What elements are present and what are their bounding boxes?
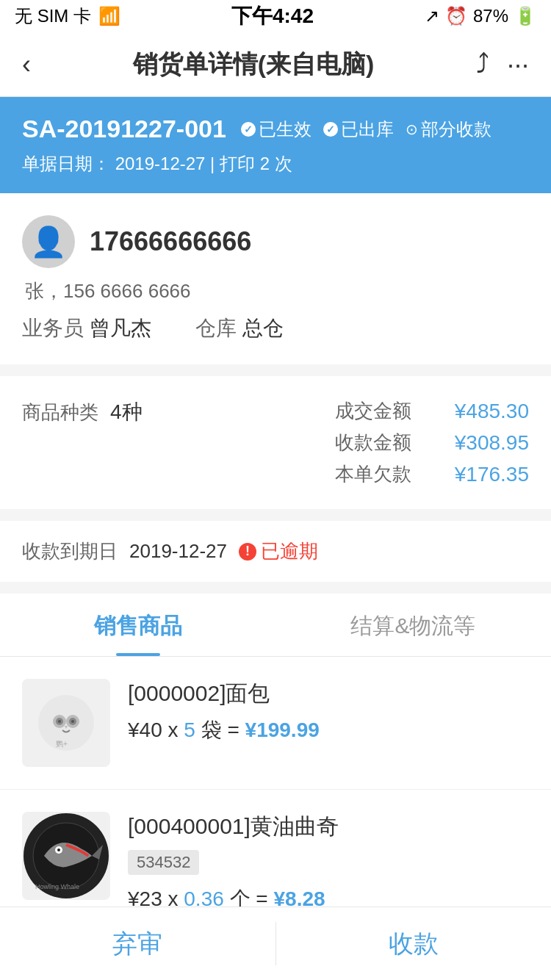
customer-top: 👤 17666666666 [22, 215, 529, 268]
stats-section: 商品种类 4种 成交金额 ¥485.30 收款金额 ¥308.95 本单欠款 ¥… [0, 376, 551, 509]
kind-value: 4种 [110, 398, 143, 426]
product-thumb-1: 鹦+ [22, 679, 110, 767]
clock-icon: ⊙ [406, 120, 418, 138]
status-effective-text: 已生效 [259, 118, 311, 141]
svg-text:Howling Whale: Howling Whale [35, 883, 79, 890]
status-bar-time: 下午4:42 [231, 2, 314, 30]
wifi-icon: 📶 [98, 6, 120, 26]
product-name-1: [0000002]面包 [128, 679, 529, 709]
customer-name-detail: 张，156 6666 6666 [22, 278, 529, 304]
separator: | [210, 154, 220, 173]
received-amount: ¥308.95 [426, 431, 529, 455]
share-icon[interactable]: ⤴ [476, 49, 489, 80]
equals-1: = [227, 718, 245, 741]
status-bar: 无 SIM 卡 📶 下午4:42 ↗ ⏰ 87% 🔋 [0, 0, 551, 32]
transaction-item: 成交金额 ¥485.30 [335, 398, 529, 424]
order-date: 2019-12-27 [115, 154, 206, 173]
warehouse-value: 总仓 [242, 314, 284, 342]
tab-sales-products[interactable]: 销售商品 [0, 594, 276, 656]
order-header-banner: SA-20191227-001 ✓ 已生效 ✓ 已出库 ⊙ 部分收款 单据日期：… [0, 97, 551, 193]
multiply-1: x [168, 718, 184, 741]
status-bar-right: ↗ ⏰ 87% 🔋 [425, 6, 536, 26]
total-1: ¥199.99 [245, 718, 320, 741]
check-icon-1: ✓ [241, 122, 256, 137]
status-tag-shipped: ✓ 已出库 [323, 118, 394, 141]
svg-point-6 [71, 720, 74, 723]
owl-svg-icon: 鹦+ [37, 693, 96, 752]
tab-sales-label: 销售商品 [94, 613, 182, 638]
product-info-2: [000400001]黄油曲奇 534532 ¥23 x 0.36 个 = ¥8… [128, 812, 529, 913]
transaction-amount: ¥485.30 [426, 400, 529, 423]
overdue-text: 已逾期 [261, 538, 318, 564]
warehouse-item: 仓库 总仓 [195, 314, 284, 342]
kind-row: 商品种类 4种 [22, 398, 143, 426]
tab-settlement[interactable]: 结算&物流等 [276, 594, 551, 656]
due-section: 收款到期日 2019-12-27 ! 已逾期 [0, 521, 551, 582]
owed-item: 本单欠款 ¥176.35 [335, 461, 529, 487]
price-1: ¥40 [128, 718, 162, 741]
status-shipped-text: 已出库 [341, 118, 394, 141]
salesperson-label: 业务员 [22, 314, 84, 342]
product-name-2: [000400001]黄油曲奇 [128, 812, 529, 842]
customer-meta: 业务员 曾凡杰 仓库 总仓 [22, 314, 529, 342]
status-bar-left: 无 SIM 卡 📶 [15, 4, 120, 28]
status-tags: ✓ 已生效 ✓ 已出库 ⊙ 部分收款 [241, 118, 491, 141]
back-button[interactable]: ‹ [22, 49, 31, 80]
battery-icon: 🔋 [514, 6, 536, 26]
received-item: 收款金额 ¥308.95 [335, 430, 529, 455]
overdue-badge: ! 已逾期 [239, 538, 318, 564]
tab-settlement-label: 结算&物流等 [350, 613, 475, 638]
tabs-section: 销售商品 结算&物流等 [0, 594, 551, 657]
owed-amount: ¥176.35 [426, 463, 529, 486]
transaction-label: 成交金额 [335, 398, 411, 424]
battery-text: 87% [473, 6, 508, 26]
page-title: 销货单详情(来自电脑) [133, 48, 375, 82]
status-partial-text: 部分收款 [421, 118, 491, 141]
customer-section: 👤 17666666666 张，156 6666 6666 业务员 曾凡杰 仓库… [0, 193, 551, 364]
kind-label: 商品种类 [22, 400, 98, 425]
confirm-button[interactable]: 收款 [276, 907, 552, 980]
tabs-row: 销售商品 结算&物流等 [0, 594, 551, 656]
received-label: 收款金额 [335, 430, 411, 455]
avatar: 👤 [22, 215, 75, 268]
salesperson-item: 业务员 曾凡杰 [22, 314, 151, 342]
stats-left: 商品种类 4种 [22, 398, 143, 426]
print-count: 2 [260, 154, 270, 173]
unit-1: 袋 [201, 718, 222, 741]
status-tag-partial: ⊙ 部分收款 [406, 118, 491, 141]
product-item: 鹦+ [0000002]面包 ¥40 x 5 袋 = ¥199.99 [0, 657, 551, 790]
customer-phone: 17666666666 [90, 226, 251, 257]
svg-text:鹦+: 鹦+ [56, 740, 68, 748]
product-logo-svg: Howling Whale [22, 812, 110, 900]
more-icon[interactable]: ··· [507, 49, 529, 80]
product-list: 鹦+ [0000002]面包 ¥40 x 5 袋 = ¥199.99 [0, 657, 551, 936]
print-suffix: 次 [275, 154, 292, 173]
print-label: 打印 [220, 154, 255, 173]
date-label: 单据日期： [22, 154, 110, 173]
status-tag-effective: ✓ 已生效 [241, 118, 311, 141]
stats-row: 商品种类 4种 成交金额 ¥485.30 收款金额 ¥308.95 本单欠款 ¥… [22, 398, 529, 487]
location-icon: ↗ [425, 6, 439, 26]
salesperson-value: 曾凡杰 [90, 314, 151, 342]
avatar-icon: 👤 [30, 225, 67, 259]
product-badge-2: 534532 [128, 850, 199, 875]
stats-right: 成交金额 ¥485.30 收款金额 ¥308.95 本单欠款 ¥176.35 [335, 398, 529, 487]
owed-label: 本单欠款 [335, 461, 411, 487]
overdue-icon: ! [239, 543, 256, 561]
product-price-row-1: ¥40 x 5 袋 = ¥199.99 [128, 716, 529, 744]
carrier-text: 无 SIM 卡 [15, 4, 91, 28]
alarm-icon: ⏰ [445, 6, 467, 26]
product-info-1: [0000002]面包 ¥40 x 5 袋 = ¥199.99 [128, 679, 529, 744]
svg-point-5 [58, 720, 61, 723]
nav-right-actions: ⤴ ··· [476, 49, 529, 80]
nav-bar: ‹ 销货单详情(来自电脑) ⤴ ··· [0, 32, 551, 97]
bottom-bar: 弃审 收款 [0, 907, 551, 980]
warehouse-label: 仓库 [195, 314, 237, 342]
order-header-top: SA-20191227-001 ✓ 已生效 ✓ 已出库 ⊙ 部分收款 [22, 115, 529, 143]
due-date: 2019-12-27 [129, 540, 227, 563]
cancel-button[interactable]: 弃审 [0, 907, 276, 980]
qty-1: 5 [184, 718, 195, 741]
due-label: 收款到期日 [22, 538, 118, 564]
svg-point-12 [57, 849, 60, 851]
order-date-row: 单据日期： 2019-12-27 | 打印 2 次 [22, 152, 529, 176]
